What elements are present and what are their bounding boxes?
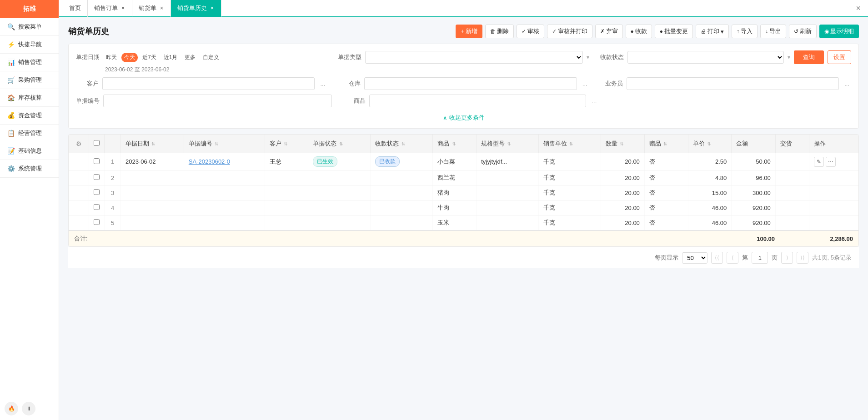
page-size-select[interactable]: 50 100 200 <box>682 252 707 264</box>
sidebar-item-sales-mgmt[interactable]: 📊 销售管理 <box>0 54 59 71</box>
shortcut-yesterday[interactable]: 昨天 <box>103 53 120 62</box>
sort-doc-status-icon: ⇅ <box>339 141 343 146</box>
td-unit-2: 千克 <box>539 185 601 200</box>
sidebar-item-quick-nav[interactable]: ⚡ 快捷导航 <box>0 36 59 54</box>
td-doc-date-3 <box>121 200 184 215</box>
tab-sales-order-close[interactable]: × <box>120 5 125 11</box>
op-more-btn-0[interactable]: ⋯ <box>826 157 836 167</box>
customer-picker[interactable]: ... <box>318 80 327 87</box>
window-close-btn[interactable]: × <box>852 4 864 13</box>
row-checkbox-3[interactable] <box>94 204 100 210</box>
th-qty[interactable]: 数量 ⇅ <box>601 135 645 153</box>
row-checkbox-2[interactable] <box>94 189 100 195</box>
collect-button[interactable]: ● 收款 <box>626 25 652 38</box>
customer-input[interactable] <box>102 77 315 90</box>
salesperson-picker[interactable]: ... <box>843 80 851 87</box>
sales-mgmt-icon: 📊 <box>7 59 15 66</box>
goods-input[interactable] <box>369 95 587 107</box>
th-doc-no[interactable]: 单据编号 ⇅ <box>184 135 265 153</box>
show-detail-button[interactable]: ◉ 显示明细 <box>819 25 859 38</box>
warehouse-input[interactable] <box>364 77 577 90</box>
settings-button[interactable]: 设置 <box>828 50 851 64</box>
batch-change-button[interactable]: ● 批量变更 <box>655 25 693 38</box>
print-button[interactable]: 🖨 打印 ▾ <box>696 25 729 38</box>
shortcut-custom[interactable]: 自定义 <box>200 53 222 62</box>
sidebar-item-finance[interactable]: 💰 资金管理 <box>0 107 59 125</box>
th-unit[interactable]: 销售单位 ⇅ <box>539 135 601 153</box>
filter-group-collect-status: 收款状态 ▾ 查询 设置 <box>600 50 851 64</box>
toolbar: + 新增 🗑 删除 ✓ 审核 ✓ 审核并打印 ✗ 弃审 <box>456 25 859 38</box>
sort-doc-date-icon: ⇅ <box>151 141 155 146</box>
th-doc-date[interactable]: 单据日期 ⇅ <box>121 135 184 153</box>
salesperson-input[interactable] <box>627 77 839 90</box>
date-label: 单据日期 <box>76 53 100 61</box>
page-input[interactable] <box>752 252 768 264</box>
page-next-btn[interactable]: ⟩ <box>781 252 793 264</box>
sidebar-item-purchase-mgmt[interactable]: 🛒 采购管理 <box>0 71 59 89</box>
import-button[interactable]: ↑ 导入 <box>732 25 758 38</box>
filter-row-1: 单据日期 昨天 今天 近7天 近1月 更多 自定义 单据类型 ▾ <box>76 50 851 64</box>
th-price[interactable]: 单价 ⇅ <box>688 135 732 153</box>
warehouse-picker[interactable]: ... <box>581 80 589 87</box>
shortcut-7days[interactable]: 近7天 <box>140 53 159 62</box>
page-last-btn[interactable]: ⟩⟩ <box>797 252 808 264</box>
page-first-btn[interactable]: ⟨⟨ <box>711 252 723 264</box>
sidebar-item-basic-info[interactable]: 📝 基础信息 <box>0 142 59 160</box>
delete-button[interactable]: 🗑 删除 <box>485 25 514 38</box>
docno-input[interactable] <box>103 95 332 107</box>
collapse-btn[interactable]: ∧ 收起更多条件 <box>76 112 851 122</box>
sidebar-item-inventory[interactable]: 🏠 库存核算 <box>0 89 59 107</box>
td-doc-status-0: 已生效 <box>308 153 371 170</box>
finance-icon: 💰 <box>7 112 15 119</box>
td-doc-status-3 <box>308 200 371 215</box>
goods-picker[interactable]: ... <box>590 98 598 105</box>
td-collect-status-4 <box>371 215 433 230</box>
row-checkbox-0[interactable] <box>94 158 100 164</box>
shortcut-more[interactable]: 更多 <box>182 53 198 62</box>
th-doc-status[interactable]: 单据状态 ⇅ <box>308 135 371 153</box>
sidebar-item-search-menu[interactable]: 🔍 搜索菜单 <box>0 18 59 36</box>
th-collect-status[interactable]: 收款状态 ⇅ <box>371 135 433 153</box>
tab-sales-history[interactable]: 销货单历史 × <box>171 0 221 17</box>
sort-unit-icon: ⇅ <box>569 141 573 146</box>
th-transaction: 交货 <box>775 135 809 153</box>
audit-button[interactable]: ✓ 审核 <box>517 25 544 38</box>
collapse-up-icon: ∧ <box>443 115 447 121</box>
doc-no-link-0[interactable]: SA-20230602-0 <box>189 158 230 165</box>
th-customer[interactable]: 客户 ⇅ <box>265 135 308 153</box>
tab-sales-delivery[interactable]: 销货单 × <box>132 0 171 17</box>
doc-type-select[interactable] <box>365 51 582 64</box>
th-unit-label: 销售单位 <box>543 140 567 147</box>
th-spec[interactable]: 规格型号 ⇅ <box>477 135 539 153</box>
abandon-button[interactable]: ✗ 弃审 <box>595 25 623 38</box>
page-prev-btn[interactable]: ⟨ <box>727 252 738 264</box>
shortcut-today[interactable]: 今天 <box>121 53 138 62</box>
td-index-3: 4 <box>105 200 121 215</box>
row-checkbox-4[interactable] <box>94 219 100 225</box>
collect-status-select[interactable] <box>627 51 784 64</box>
th-gift[interactable]: 赠品 ⇅ <box>644 135 688 153</box>
row-checkbox-1[interactable] <box>94 174 100 180</box>
sidebar-item-sys-mgmt[interactable]: ⚙️ 系统管理 <box>0 160 59 178</box>
tab-sales-order[interactable]: 销售订单 × <box>88 0 132 17</box>
sidebar-fire-btn[interactable]: 🔥 <box>5 402 18 415</box>
td-gift-2: 否 <box>644 185 688 200</box>
sidebar-item-operations[interactable]: 📋 经营管理 <box>0 125 59 142</box>
table-settings-gear[interactable]: ⚙ <box>73 138 84 149</box>
audit-print-button[interactable]: ✓ 审核并打印 <box>547 25 592 38</box>
tab-sales-delivery-close[interactable]: × <box>159 5 164 11</box>
refresh-button[interactable]: ↺ 刷新 <box>789 25 817 38</box>
sidebar-item-label: 经营管理 <box>18 129 42 137</box>
query-button[interactable]: 查询 <box>794 50 824 64</box>
table-header-row: ⚙ 单据日期 ⇅ 单据编号 ⇅ <box>69 135 858 153</box>
shortcut-1month[interactable]: 近1月 <box>161 53 181 62</box>
export-button[interactable]: ↓ 导出 <box>760 25 786 38</box>
th-goods[interactable]: 商品 ⇅ <box>433 135 477 153</box>
tab-sales-history-close[interactable]: × <box>210 5 215 11</box>
tab-home[interactable]: 首页 <box>63 0 88 17</box>
sidebar-pause-btn[interactable]: ⏸ <box>22 402 35 415</box>
add-button[interactable]: + 新增 <box>456 25 482 38</box>
op-edit-btn-0[interactable]: ✎ <box>814 157 824 167</box>
th-gift-label: 赠品 <box>649 140 661 147</box>
select-all-checkbox[interactable] <box>94 140 100 146</box>
